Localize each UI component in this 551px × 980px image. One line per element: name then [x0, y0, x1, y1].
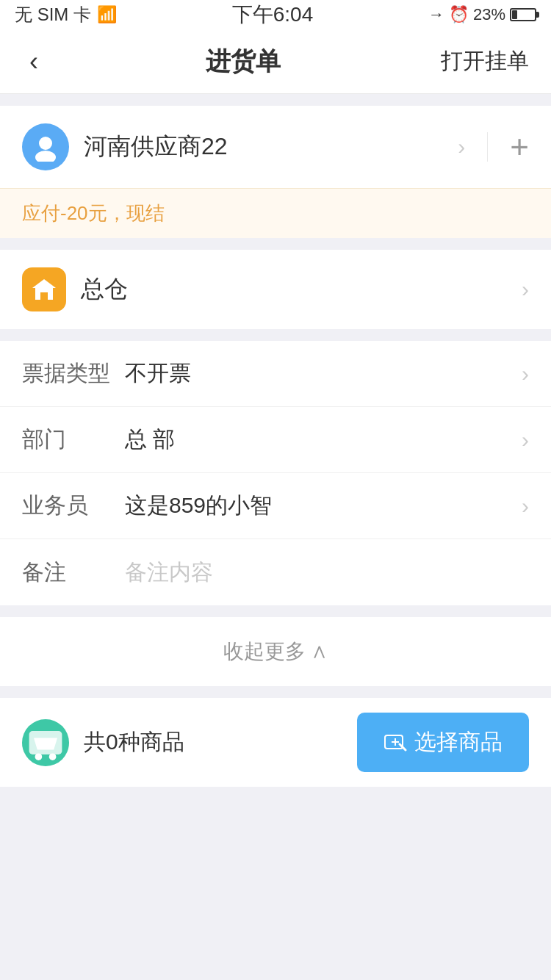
- notice-banner: 应付-20元，现结: [0, 188, 551, 238]
- department-chevron-icon: ›: [522, 428, 529, 453]
- supplier-avatar-icon: [31, 132, 60, 162]
- bottom-bar: 共0种商品 选择商品: [0, 698, 551, 787]
- warehouse-chevron-icon: ›: [522, 277, 529, 302]
- status-right: → ⏰ 23%: [428, 5, 536, 24]
- invoice-type-row[interactable]: 票据类型 不开票 ›: [0, 341, 551, 407]
- alarm-icon: ⏰: [449, 5, 469, 24]
- nav-bar: ‹ 进货单 打开挂单: [0, 29, 551, 94]
- remark-input[interactable]: 备注内容: [125, 558, 529, 588]
- supplier-avatar: [22, 123, 69, 170]
- department-label: 部门: [22, 425, 125, 455]
- svg-rect-4: [40, 292, 48, 300]
- select-product-button[interactable]: 选择商品: [357, 713, 529, 772]
- product-icon: [22, 719, 69, 766]
- supplier-chevron-icon: ›: [458, 134, 465, 159]
- select-product-icon: [383, 731, 407, 754]
- warehouse-icon: [22, 267, 66, 311]
- location-icon: →: [428, 5, 444, 24]
- svg-point-0: [39, 137, 52, 150]
- department-row[interactable]: 部门 总 部 ›: [0, 407, 551, 473]
- product-cart-icon: [22, 719, 69, 766]
- status-left: 无 SIM 卡 📶: [15, 3, 117, 26]
- svg-point-7: [49, 753, 57, 760]
- rest-background: [0, 787, 551, 980]
- svg-marker-2: [32, 279, 56, 288]
- no-sim-text: 无 SIM 卡: [15, 3, 91, 26]
- remark-label: 备注: [22, 558, 125, 588]
- open-pending-button[interactable]: 打开挂单: [441, 46, 529, 76]
- warehouse-house-icon: [31, 276, 57, 303]
- salesperson-chevron-icon: ›: [522, 494, 529, 519]
- supplier-divider: [487, 132, 488, 162]
- back-button[interactable]: ‹: [22, 39, 46, 84]
- remark-row[interactable]: 备注 备注内容: [0, 539, 551, 605]
- form-section: 票据类型 不开票 › 部门 总 部 › 业务员 这是859的小智 › 备注 备注…: [0, 341, 551, 605]
- collapse-label: 收起更多 ∧: [223, 638, 328, 666]
- collapse-button[interactable]: 收起更多 ∧: [0, 617, 551, 686]
- warehouse-name: 总仓: [81, 273, 522, 306]
- warehouse-section[interactable]: 总仓 ›: [0, 250, 551, 329]
- add-supplier-button[interactable]: +: [510, 129, 529, 165]
- department-value: 总 部: [125, 425, 522, 455]
- wifi-icon: 📶: [97, 5, 117, 24]
- status-time: 下午6:04: [232, 1, 314, 29]
- salesperson-row[interactable]: 业务员 这是859的小智 ›: [0, 473, 551, 539]
- battery-percent: 23%: [473, 5, 505, 24]
- supplier-name: 河南供应商22: [84, 131, 458, 163]
- invoice-type-chevron-icon: ›: [522, 361, 529, 386]
- invoice-type-label: 票据类型: [22, 359, 125, 389]
- select-product-label: 选择商品: [414, 727, 503, 757]
- battery-icon: [510, 8, 536, 21]
- salesperson-label: 业务员: [22, 491, 125, 521]
- supplier-section[interactable]: 河南供应商22 › +: [0, 106, 551, 188]
- page-title: 进货单: [206, 45, 281, 79]
- svg-point-6: [35, 753, 43, 760]
- section-gap-1: [0, 94, 551, 106]
- salesperson-value: 这是859的小智: [125, 491, 522, 521]
- svg-point-1: [35, 151, 56, 162]
- invoice-type-value: 不开票: [125, 359, 522, 389]
- status-bar: 无 SIM 卡 📶 下午6:04 → ⏰ 23%: [0, 0, 551, 29]
- product-count-text: 共0种商品: [84, 727, 342, 757]
